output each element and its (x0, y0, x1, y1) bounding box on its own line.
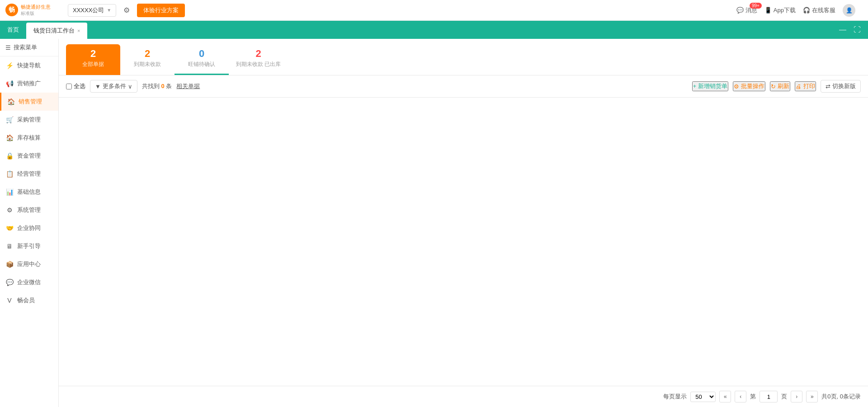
online-service-label: 在线客服 (812, 6, 835, 14)
guide-icon: 🖥 (5, 242, 14, 250)
pending-count: 0 (182, 48, 222, 60)
page-size-select[interactable]: 20 50 100 (690, 392, 716, 402)
table-area (59, 98, 868, 386)
sidebar-item-operations[interactable]: 📋 经营管理 (0, 165, 58, 183)
company-selector[interactable]: XXXXX公司 ▼ (68, 4, 116, 17)
refresh-button[interactable]: ↻ 刷新 (770, 81, 790, 91)
switch-version-button[interactable]: ⇄ 切换新版 (821, 80, 861, 93)
page-number-input[interactable] (760, 391, 778, 402)
basic-info-icon: 📊 (5, 188, 14, 196)
company-name: XXXXX公司 (73, 6, 104, 14)
app-download-label: App下载 (774, 6, 796, 14)
finance-icon: 🔒 (5, 152, 14, 160)
overdue-count: 2 (127, 48, 167, 60)
messages-button[interactable]: 💬 消息 99+ (736, 6, 757, 14)
first-page-button[interactable]: « (719, 391, 731, 402)
filter-button[interactable]: ▼ 更多条件 ∨ (90, 80, 137, 93)
purchase-icon: 🛒 (5, 116, 14, 124)
page-unit: 页 (781, 393, 787, 401)
header-right: 💬 消息 99+ 📱 App下载 🎧 在线客服 👤 (736, 4, 863, 17)
found-count: 0 (161, 83, 165, 89)
sidebar-item-guide[interactable]: 🖥 新手引导 (0, 237, 58, 255)
switch-icon: ⇄ (826, 83, 830, 90)
sales-icon: 🏠 (7, 98, 15, 106)
logo-text-area: 畅捷通好生意 标准版 (21, 4, 51, 16)
sidebar-item-finance[interactable]: 🔒 资金管理 (0, 147, 58, 165)
sidebar-item-app-center[interactable]: 📦 应用中心 (0, 255, 58, 273)
print-icon: 🖨 (796, 83, 802, 90)
avatar[interactable]: 👤 (843, 4, 855, 17)
stats-tab-pending[interactable]: 0 旺铺待确认 (175, 44, 229, 75)
print-button[interactable]: 🖨 打印 (795, 81, 816, 91)
logo-name: 畅捷通好生意 (21, 4, 51, 10)
prev-page-button[interactable]: ‹ (735, 391, 746, 402)
sidebar-item-purchase[interactable]: 🛒 采购管理 (0, 111, 58, 129)
sidebar-search[interactable]: ☰ 搜索菜单 (0, 39, 58, 56)
toolbar-right: + 新增销货单 ⚙ 批量操作 ↻ 刷新 🖨 打印 ⇄ 切换新版 (692, 80, 861, 93)
pending-label: 旺铺待确认 (182, 61, 222, 68)
add-sale-order-button[interactable]: + 新增销货单 (692, 81, 728, 91)
main-layout: ☰ 搜索菜单 ⚡ 快捷导航 📢 营销推广 🏠 销售管理 🛒 采购管理 🏠 库存核… (0, 39, 868, 407)
marketing-icon: 📢 (5, 80, 14, 88)
toolbar-left: 全选 ▼ 更多条件 ∨ 共找到 0 条 相关单据 (66, 80, 200, 93)
stats-tabs-container: 2 全部单据 2 到期未收款 0 旺铺待确认 2 到期未收款 已出库 (59, 39, 868, 75)
tab-active[interactable]: 钱货日清工作台 × (26, 23, 87, 39)
page-size-label: 每页显示 (663, 393, 687, 401)
nav-tab-actions: — ⛶ (837, 24, 868, 36)
overdue-label: 到期未收款 (127, 61, 167, 68)
filter-arrow: ∨ (128, 83, 132, 90)
sidebar-item-quick-nav[interactable]: ⚡ 快捷导航 (0, 56, 58, 75)
app-download-button[interactable]: 📱 App下载 (764, 6, 796, 14)
next-page-button[interactable]: › (791, 391, 802, 402)
message-badge: 99+ (750, 3, 762, 9)
top-header: 畅 畅捷通好生意 标准版 XXXXX公司 ▼ ⚙ 体验行业方案 💬 消息 99+… (0, 0, 868, 21)
enterprise-icon: 🤝 (5, 224, 14, 232)
all-label: 全部单据 (73, 61, 113, 68)
nav-tabs-bar: 首页 钱货日清工作台 × — ⛶ (0, 21, 868, 39)
sidebar-item-enterprise[interactable]: 🤝 企业协同 (0, 219, 58, 237)
trial-button[interactable]: 体验行业方案 (137, 4, 185, 17)
total-info: 共0页, 0条记录 (821, 393, 861, 401)
last-page-button[interactable]: » (806, 391, 818, 402)
unshipped-label: 到期未收款 已出库 (236, 61, 281, 68)
found-text: 共找到 0 条 (142, 82, 172, 90)
logo-icon: 畅 (5, 4, 18, 16)
logo-area: 畅 畅捷通好生意 标准版 (5, 4, 64, 16)
select-all-label: 全选 (74, 82, 85, 90)
sidebar-item-inventory[interactable]: 🏠 库存核算 (0, 129, 58, 147)
service-icon: 🎧 (803, 7, 810, 14)
sidebar-item-basic-info[interactable]: 📊 基础信息 (0, 183, 58, 201)
sidebar-item-member[interactable]: V 畅会员 (0, 291, 58, 309)
stats-tab-unshipped[interactable]: 2 到期未收款 已出库 (229, 44, 288, 75)
batch-operations-button[interactable]: ⚙ 批量操作 (733, 81, 765, 91)
stats-tab-all[interactable]: 2 全部单据 (66, 44, 120, 75)
select-all-input[interactable] (66, 84, 72, 89)
stats-tabs: 2 全部单据 2 到期未收款 0 旺铺待确认 2 到期未收款 已出库 (66, 44, 861, 75)
toolbar: 全选 ▼ 更多条件 ∨ 共找到 0 条 相关单据 + 新增销货单 (59, 75, 868, 98)
tab-home[interactable]: 首页 (0, 21, 26, 39)
unshipped-count: 2 (236, 48, 281, 60)
expand-window-button[interactable]: ⛶ (852, 24, 863, 36)
sidebar-item-wechat[interactable]: 💬 企业微信 (0, 273, 58, 291)
download-icon: 📱 (764, 7, 772, 14)
pagination: 每页显示 20 50 100 « ‹ 第 页 › » 共0页, 0条记录 (59, 386, 868, 407)
app-center-icon: 📦 (5, 260, 14, 268)
select-all-checkbox[interactable]: 全选 (66, 82, 85, 90)
online-service-button[interactable]: 🎧 在线客服 (803, 6, 835, 14)
sidebar-item-sales[interactable]: 🏠 销售管理 (0, 93, 58, 111)
stats-tab-overdue[interactable]: 2 到期未收款 (120, 44, 175, 75)
search-icon: ☰ (5, 44, 11, 51)
logo-version: 标准版 (21, 10, 51, 17)
close-tab-icon[interactable]: × (77, 28, 80, 33)
minimize-window-button[interactable]: — (837, 24, 848, 36)
settings-button[interactable]: ⚙ (120, 4, 133, 17)
sidebar-item-system[interactable]: ⚙ 系统管理 (0, 201, 58, 219)
inventory-icon: 🏠 (5, 134, 14, 142)
related-records-link[interactable]: 相关单据 (176, 82, 200, 90)
wechat-icon: 💬 (5, 278, 14, 286)
all-count: 2 (73, 48, 113, 60)
sidebar-item-marketing[interactable]: 📢 营销推广 (0, 75, 58, 93)
batch-icon: ⚙ (734, 83, 739, 90)
company-dropdown-arrow: ▼ (107, 8, 111, 13)
quick-nav-icon: ⚡ (5, 61, 14, 70)
